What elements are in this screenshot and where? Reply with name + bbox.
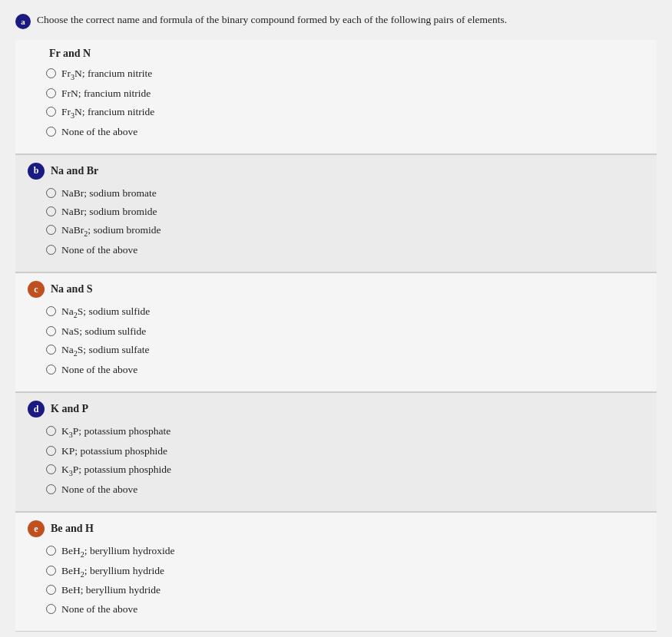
instruction-text: Choose the correct name and formula of t…	[37, 12, 507, 28]
option-d1-text: K3P; potassium phosphate	[61, 424, 170, 441]
option-a2[interactable]: FrN; francium nitride	[46, 86, 644, 101]
option-e3[interactable]: BeH; beryllium hydride	[46, 583, 644, 598]
option-b4[interactable]: None of the above	[46, 243, 644, 258]
option-a3[interactable]: Fr3N; francium nitride	[46, 104, 644, 121]
pair-e-label: Be and H	[51, 523, 94, 535]
radio-a1[interactable]	[46, 68, 56, 78]
radio-c3[interactable]	[46, 345, 56, 355]
radio-a2[interactable]	[46, 88, 56, 98]
option-c2[interactable]: NaS; sodium sulfide	[46, 324, 644, 339]
section-b: b Na and Br NaBr; sodium bromate NaBr; s…	[15, 154, 657, 272]
option-b2-text: NaBr; sodium bromide	[61, 204, 157, 219]
pair-b-label: Na and Br	[51, 165, 98, 177]
option-e2-text: BeH2; beryllium hydride	[61, 563, 164, 580]
option-b3[interactable]: NaBr2; sodium bromide	[46, 223, 644, 239]
option-b1-text: NaBr; sodium bromate	[61, 186, 157, 201]
radio-a3[interactable]	[46, 107, 56, 117]
option-c4-text: None of the above	[61, 362, 137, 378]
radio-b3[interactable]	[46, 225, 56, 235]
radio-e2[interactable]	[46, 566, 56, 576]
pair-d-label: K and P	[51, 403, 88, 415]
section-a: Fr and N Fr3N; francium nitrite FrN; fra…	[15, 40, 657, 154]
option-e4[interactable]: None of the above	[46, 602, 644, 617]
option-b3-text: NaBr2; sodium bromide	[61, 223, 161, 239]
radio-c4[interactable]	[46, 365, 56, 375]
option-d2[interactable]: KP; potassium phosphide	[46, 444, 644, 459]
option-c3-text: Na2S; sodium sulfate	[61, 342, 150, 359]
badge-b: b	[28, 163, 45, 180]
option-d3[interactable]: K3P; potassium phosphide	[46, 462, 644, 479]
option-b2[interactable]: NaBr; sodium bromide	[46, 204, 644, 219]
badge-e: e	[28, 520, 45, 537]
option-a3-text: Fr3N; francium nitride	[61, 104, 154, 121]
radio-d4[interactable]	[46, 484, 56, 494]
option-c4[interactable]: None of the above	[46, 362, 644, 378]
option-e3-text: BeH; beryllium hydride	[61, 583, 161, 598]
radio-c2[interactable]	[46, 326, 56, 336]
section-b-header: b Na and Br	[28, 163, 644, 180]
radio-e1[interactable]	[46, 546, 56, 556]
option-c2-text: NaS; sodium sulfide	[61, 324, 146, 339]
options-list-e: BeH2; beryllium hydroxide BeH2; berylliu…	[28, 543, 644, 617]
option-c3[interactable]: Na2S; sodium sulfate	[46, 342, 644, 359]
badge-d: d	[28, 401, 45, 418]
option-d1[interactable]: K3P; potassium phosphate	[46, 424, 644, 441]
section-e: e Be and H BeH2; beryllium hydroxide BeH…	[15, 512, 657, 632]
option-b1[interactable]: NaBr; sodium bromate	[46, 186, 644, 201]
radio-b1[interactable]	[46, 188, 56, 198]
option-c1[interactable]: Na2S; sodium sulfide	[46, 304, 644, 321]
radio-c1[interactable]	[46, 306, 56, 316]
radio-d1[interactable]	[46, 426, 56, 436]
options-list-d: K3P; potassium phosphate KP; potassium p…	[28, 424, 644, 497]
option-e1-text: BeH2; beryllium hydroxide	[61, 543, 174, 560]
section-d-header: d K and P	[28, 401, 644, 418]
radio-e3[interactable]	[46, 585, 56, 595]
option-e4-text: None of the above	[61, 602, 137, 617]
options-list-c: Na2S; sodium sulfide NaS; sodium sulfide…	[28, 304, 644, 378]
radio-b2[interactable]	[46, 206, 56, 216]
options-list-b: NaBr; sodium bromate NaBr; sodium bromid…	[28, 186, 644, 258]
option-d3-text: K3P; potassium phosphide	[61, 462, 171, 479]
radio-b4[interactable]	[46, 245, 56, 255]
instruction-badge: a	[15, 14, 31, 29]
page: a Choose the correct name and formula of…	[0, 0, 672, 637]
section-d: d K and P K3P; potassium phosphate KP; p…	[15, 392, 657, 512]
radio-e4[interactable]	[46, 604, 56, 614]
options-list-a: Fr3N; francium nitrite FrN; francium nit…	[28, 66, 644, 140]
option-a4-text: None of the above	[61, 124, 137, 140]
section-c-header: c Na and S	[28, 281, 644, 298]
option-e1[interactable]: BeH2; beryllium hydroxide	[46, 543, 644, 560]
option-a2-text: FrN; francium nitride	[61, 86, 151, 101]
option-a1-text: Fr3N; francium nitrite	[61, 66, 152, 83]
option-a4[interactable]: None of the above	[46, 124, 644, 140]
option-b4-text: None of the above	[61, 243, 137, 258]
section-e-header: e Be and H	[28, 520, 644, 537]
option-d4[interactable]: None of the above	[46, 482, 644, 497]
radio-d2[interactable]	[46, 446, 56, 456]
option-a1[interactable]: Fr3N; francium nitrite	[46, 66, 644, 83]
instruction-banner: a Choose the correct name and formula of…	[15, 12, 657, 29]
option-d2-text: KP; potassium phosphide	[61, 444, 167, 459]
option-e2[interactable]: BeH2; beryllium hydride	[46, 563, 644, 580]
radio-a4[interactable]	[46, 127, 56, 137]
option-c1-text: Na2S; sodium sulfide	[61, 304, 150, 321]
radio-d3[interactable]	[46, 464, 56, 474]
option-d4-text: None of the above	[61, 482, 137, 497]
badge-c: c	[28, 281, 45, 298]
pair-c-label: Na and S	[51, 283, 92, 295]
section-c: c Na and S Na2S; sodium sulfide NaS; sod…	[15, 272, 657, 392]
pair-a-label: Fr and N	[49, 48, 644, 60]
